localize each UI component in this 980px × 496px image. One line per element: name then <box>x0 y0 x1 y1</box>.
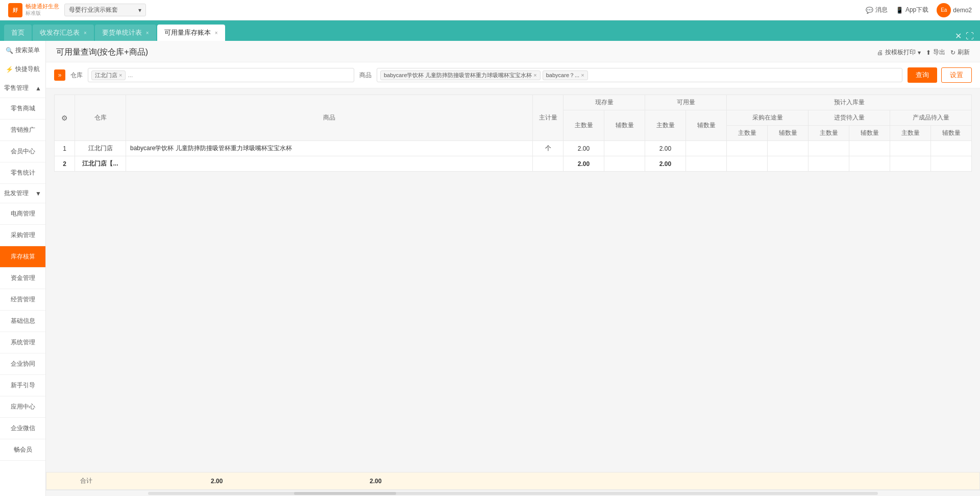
app-download-button[interactable]: 📱 App下载 <box>896 6 928 14</box>
footer-prod-sub <box>892 478 971 485</box>
close-window-icon[interactable]: ✕ <box>955 31 962 41</box>
sidebar-item-system[interactable]: 系统管理 <box>0 332 45 353</box>
row-incoming-main <box>808 141 849 156</box>
layout: 🔍 搜索菜单 ⚡ 快捷导航 零售管理 ▲ 零售商城 营销推广 会员中心 零售统计… <box>0 41 980 496</box>
row-current-main: 2.00 <box>564 156 604 172</box>
sidebar-item-ecommerce[interactable]: 电商管理 <box>0 203 45 225</box>
sidebar-search[interactable]: 🔍 搜索菜单 <box>0 41 45 60</box>
footer-incoming-main <box>654 478 733 485</box>
settings-icon[interactable]: ⚙ <box>61 114 68 122</box>
footer-purchase-sub <box>574 478 654 485</box>
sidebar-item-app-center[interactable]: 应用中心 <box>0 396 45 418</box>
expand-window-icon[interactable]: ⛶ <box>966 32 974 41</box>
sidebar-item-enterprise-wechat[interactable]: 企业微信 <box>0 418 45 439</box>
col-settings-header: ⚙ <box>55 95 75 141</box>
warehouse-filter-label: 仓库 <box>70 71 83 80</box>
row-prod-main <box>890 141 931 156</box>
avail-sub-qty-header: 辅数量 <box>686 110 727 141</box>
sidebar-item-member-center[interactable]: 会员中心 <box>0 141 45 162</box>
sidebar-item-basic-info[interactable]: 基础信息 <box>0 311 45 332</box>
tab-order-stats-close[interactable]: × <box>146 30 149 36</box>
refresh-button[interactable]: ↻ 刷新 <box>950 48 970 57</box>
product-tag-2: babycare？... × <box>543 70 588 80</box>
row-product <box>126 156 533 172</box>
warehouse-more-icon[interactable]: ... <box>128 72 133 79</box>
tab-receive-summary[interactable]: 收发存汇总表 × <box>33 25 94 41</box>
product-tag-1-remove[interactable]: × <box>533 72 536 78</box>
settings-button[interactable]: 设置 <box>941 67 972 83</box>
row-avail-main: 2.00 <box>645 141 686 156</box>
row-no: 2 <box>55 156 75 172</box>
footer-avail-main: 2.00 <box>336 478 415 485</box>
product-filter-input[interactable]: babycare学饮杯 儿童防摔防撞吸管杯重力球吸嘴杯宝宝水杯 × babyca… <box>377 68 902 82</box>
warehouse-filter-input[interactable]: 江北门店 × ... <box>88 68 354 82</box>
row-prod-sub <box>931 156 972 172</box>
tab-order-stats[interactable]: 要货单统计表 × <box>95 25 156 41</box>
warehouse-tag-remove[interactable]: × <box>119 72 122 78</box>
footer-prod-main <box>813 478 892 485</box>
incoming-header: 进货待入量 <box>808 110 890 126</box>
current-main-qty-header: 主数量 <box>564 110 604 141</box>
scroll-thumb[interactable] <box>294 492 396 495</box>
horizontal-scrollbar[interactable] <box>46 490 980 496</box>
footer-nums: 2.00 2.00 <box>177 478 971 485</box>
warehouse-tag: 江北门店 × <box>91 70 126 80</box>
table-footer: 合计 2.00 2.00 <box>46 472 980 490</box>
chevron-down-icon: ▾ <box>138 7 141 14</box>
footer-incoming-sub <box>733 478 813 485</box>
query-button[interactable]: 查询 <box>908 67 937 83</box>
sidebar-item-marketing[interactable]: 营销推广 <box>0 120 45 141</box>
top-bar-right: 💬 消息 📱 App下载 Ea demo2 <box>866 3 972 17</box>
export-icon: ⬆ <box>926 49 931 56</box>
sidebar-item-inventory[interactable]: 库存核算 <box>0 246 45 268</box>
data-table: ⚙ 仓库 商品 主计量 现存量 可用量 预计入库量 主数量 辅数量 主数量 辅数… <box>54 95 972 172</box>
production-header: 产成品待入量 <box>890 110 972 126</box>
col-product-header: 商品 <box>126 95 533 141</box>
tab-available-inventory-close[interactable]: × <box>215 30 218 36</box>
sidebar-item-retail-management[interactable]: 零售管理 ▲ <box>0 79 45 98</box>
export-button[interactable]: ⬆ 导出 <box>926 48 945 57</box>
sidebar-item-retail-stats[interactable]: 零售统计 <box>0 162 45 184</box>
sidebar: 🔍 搜索菜单 ⚡ 快捷导航 零售管理 ▲ 零售商城 营销推广 会员中心 零售统计… <box>0 41 46 496</box>
sidebar-item-enterprise-collab[interactable]: 企业协同 <box>0 353 45 375</box>
row-prod-sub <box>931 141 972 156</box>
tab-home[interactable]: 首页 <box>4 25 32 41</box>
row-prod-main <box>890 156 931 172</box>
nav-tabs-right: ✕ ⛶ <box>955 31 980 41</box>
tab-receive-summary-close[interactable]: × <box>84 30 87 36</box>
purchase-main-header: 主数量 <box>727 126 768 141</box>
purchase-transit-header: 采购在途量 <box>727 110 808 126</box>
sidebar-item-wholesale-management[interactable]: 批发管理 ▼ <box>0 184 45 203</box>
current-sub-qty-header: 辅数量 <box>604 110 645 141</box>
sidebar-item-chang-member[interactable]: 畅会员 <box>0 439 45 461</box>
table-row: 1 江北门店 babycare学饮杯 儿童防摔防撞吸管杯重力球吸嘴杯宝宝水杯 个… <box>55 141 972 156</box>
sidebar-item-purchase[interactable]: 采购管理 <box>0 225 45 246</box>
sidebar-quick-nav[interactable]: ⚡ 快捷导航 <box>0 60 45 79</box>
page-header: 可用量查询(按仓库+商品) 🖨 按模板打印 ▾ ⬆ 导出 ↻ 刷新 <box>46 41 980 62</box>
logo-icon: 好 <box>8 3 22 17</box>
row-purchase-main <box>727 156 768 172</box>
incoming-main-header: 主数量 <box>808 126 849 141</box>
print-button[interactable]: 🖨 按模板打印 ▾ <box>877 48 921 57</box>
filter-bar: » 仓库 江北门店 × ... 商品 babycare学饮杯 儿童防摔防撞吸管杯… <box>46 62 980 88</box>
product-tag-2-remove[interactable]: × <box>581 72 584 78</box>
user-menu[interactable]: Ea demo2 <box>937 3 972 17</box>
col-unit-header: 主计量 <box>533 95 564 141</box>
sidebar-item-finance[interactable]: 资金管理 <box>0 268 45 289</box>
expand-filter-button[interactable]: » <box>54 69 65 81</box>
tab-available-inventory[interactable]: 可用量库存账本 × <box>157 25 225 41</box>
avail-main-qty-header: 主数量 <box>645 110 686 141</box>
sidebar-item-operations[interactable]: 经营管理 <box>0 289 45 311</box>
message-button[interactable]: 💬 消息 <box>866 6 888 14</box>
top-bar: 好 畅捷通好生意 标准版 母婴行业演示账套 ▾ 💬 消息 📱 App下载 Ea … <box>0 0 980 20</box>
sidebar-item-retail-mall[interactable]: 零售商城 <box>0 98 45 120</box>
incoming-sub-header: 辅数量 <box>849 126 890 141</box>
top-bar-left: 好 畅捷通好生意 标准版 母婴行业演示账套 ▾ <box>8 3 146 17</box>
template-selector[interactable]: 母婴行业演示账套 ▾ <box>64 4 146 16</box>
row-warehouse: 江北门店 <box>75 141 126 156</box>
sidebar-item-newbie[interactable]: 新手引导 <box>0 375 45 396</box>
footer-avail-sub <box>415 478 495 485</box>
row-product: babycare学饮杯 儿童防摔防撞吸管杯重力球吸嘴杯宝宝水杯 <box>126 141 533 156</box>
row-current-sub <box>604 141 645 156</box>
message-icon: 💬 <box>866 7 873 14</box>
